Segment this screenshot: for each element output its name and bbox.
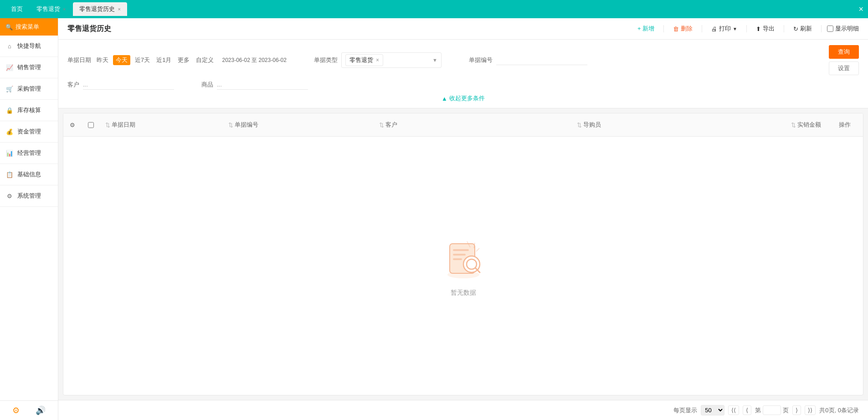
- show-detail-toggle[interactable]: 显示明细: [827, 25, 859, 33]
- sidebar-item-label: 基础信息: [17, 170, 41, 179]
- date-1month[interactable]: 近1月: [154, 55, 173, 65]
- content-area: 零售退货历史 + 新增 🗑 删除 🖨 打印 ▼ ⬆ 导出: [58, 18, 868, 420]
- search-icon: 🔍: [5, 24, 13, 31]
- date-7days[interactable]: 近7天: [133, 55, 152, 65]
- query-settings-buttons: 查询 设置: [829, 45, 859, 75]
- header-actions: + 新增 🗑 删除 🖨 打印 ▼ ⬆ 导出: [634, 23, 859, 35]
- print-button[interactable]: 🖨 打印 ▼: [708, 23, 741, 35]
- filter-row-1: 单据日期 昨天 今天 近7天 近1月 更多 自定义 2023-06-02 至 2…: [67, 45, 859, 75]
- doc-type-dropdown[interactable]: 零售退货 × ▼: [341, 52, 442, 68]
- date-custom[interactable]: 自定义: [194, 55, 216, 65]
- sidebar: 🔍 搜索菜单 ⌂ 快捷导航 📈 销售管理 🛒 采购管理 🔒 库存核算 💰 资金管…: [0, 18, 58, 420]
- filter-settings-button[interactable]: 设置: [829, 61, 859, 75]
- tab-list: 首页 零售退货 × 零售退货历史 ×: [5, 2, 858, 16]
- sidebar-item-label: 销售管理: [17, 63, 41, 72]
- sidebar-bottom: ⚙ 🔊: [0, 400, 58, 420]
- settings-bottom-icon[interactable]: ⚙: [12, 405, 20, 415]
- divider: [821, 25, 822, 32]
- tab-retail-return-history-close[interactable]: ×: [118, 6, 120, 12]
- settings-icon: ⚙: [70, 122, 75, 128]
- purchase-icon: 🛒: [5, 85, 14, 93]
- sidebar-item-label: 快捷导航: [17, 42, 41, 50]
- divider: [702, 25, 702, 32]
- new-button[interactable]: + 新增: [634, 23, 658, 35]
- sidebar-item-sales[interactable]: 📈 销售管理: [0, 57, 58, 78]
- system-icon: ⚙: [5, 192, 14, 200]
- sidebar-item-operations[interactable]: 📊 经营管理: [0, 143, 58, 164]
- first-page-button[interactable]: ⟨⟨: [728, 405, 739, 415]
- sort-icon-number: ⇅: [228, 122, 233, 128]
- divider: [746, 25, 747, 32]
- goods-input[interactable]: ...: [217, 80, 308, 90]
- delete-button[interactable]: 🗑 删除: [669, 23, 696, 35]
- page-size-label: 每页显示: [673, 406, 697, 415]
- page-size-select[interactable]: 10 20 50 100: [701, 405, 724, 415]
- date-today[interactable]: 今天: [113, 55, 130, 65]
- tab-retail-return-close[interactable]: ×: [63, 6, 66, 12]
- doc-type-label: 单据类型: [314, 56, 338, 64]
- customer-label: 客户: [67, 81, 79, 89]
- tab-retail-return-history[interactable]: 零售退货历史 ×: [73, 2, 127, 16]
- current-page-input[interactable]: 1: [763, 405, 781, 415]
- tab-home[interactable]: 首页: [5, 2, 29, 16]
- sidebar-item-label: 库存核算: [17, 106, 41, 114]
- sidebar-item-system[interactable]: ⚙ 系统管理: [0, 185, 58, 207]
- page-header: 零售退货历史 + 新增 🗑 删除 🖨 打印 ▼ ⬆ 导出: [58, 18, 868, 40]
- th-guide[interactable]: ⇅ 导购员: [571, 117, 722, 133]
- refresh-button[interactable]: ↻ 刷新: [790, 23, 816, 35]
- th-date[interactable]: ⇅ 单据日期: [100, 117, 223, 133]
- select-all-checkbox[interactable]: [88, 122, 94, 128]
- page-suffix: 页: [783, 406, 789, 415]
- customer-input[interactable]: ...: [83, 80, 174, 90]
- svg-line-10: [476, 248, 479, 251]
- total-info: 共0页, 0条记录: [819, 406, 859, 415]
- print-dropdown-icon: ▼: [733, 26, 737, 31]
- main-layout: 🔍 搜索菜单 ⌂ 快捷导航 📈 销售管理 🛒 采购管理 🔒 库存核算 💰 资金管…: [0, 18, 868, 420]
- finance-icon: 💰: [5, 128, 14, 136]
- last-page-button[interactable]: ⟩⟩: [805, 405, 816, 415]
- th-customer[interactable]: ⇅ 客户: [374, 117, 571, 133]
- date-more[interactable]: 更多: [176, 55, 191, 65]
- th-amount[interactable]: ⇅ 实销金额: [722, 117, 827, 133]
- export-button[interactable]: ⬆ 导出: [752, 23, 778, 35]
- sidebar-item-quick-nav[interactable]: ⌂ 快捷导航: [0, 36, 58, 57]
- sidebar-item-label: 采购管理: [17, 85, 41, 93]
- th-checkbox[interactable]: [82, 118, 100, 132]
- prev-page-button[interactable]: ⟨: [743, 405, 751, 415]
- doc-number-input[interactable]: [496, 55, 587, 65]
- sales-icon: 📈: [5, 63, 14, 72]
- filter-area: 单据日期 昨天 今天 近7天 近1月 更多 自定义 2023-06-02 至 2…: [58, 40, 868, 108]
- sidebar-item-basic-info[interactable]: 📋 基础信息: [0, 164, 58, 185]
- window-close-button[interactable]: ×: [858, 5, 863, 14]
- operations-icon: 📊: [5, 149, 14, 157]
- doc-type-tag-close[interactable]: ×: [376, 57, 379, 63]
- th-settings[interactable]: ⚙: [63, 118, 82, 132]
- sidebar-search[interactable]: 🔍 搜索菜单: [0, 18, 58, 36]
- query-button[interactable]: 查询: [829, 45, 859, 59]
- tab-retail-return[interactable]: 零售退货 ×: [30, 2, 72, 16]
- collapse-filter-button[interactable]: ▲ 收起更多条件: [442, 94, 485, 102]
- th-number[interactable]: ⇅ 单据编号: [223, 117, 374, 133]
- next-page-button[interactable]: ⟩: [792, 405, 801, 415]
- th-action: 操作: [827, 117, 863, 133]
- volume-icon[interactable]: 🔊: [36, 405, 46, 415]
- empty-text: 暂无数据: [451, 289, 476, 297]
- show-detail-checkbox[interactable]: [827, 26, 833, 32]
- sort-icon-amount: ⇅: [791, 122, 796, 128]
- doc-type-arrow-icon: ▼: [432, 57, 437, 63]
- date-yesterday[interactable]: 昨天: [95, 55, 110, 65]
- sort-icon-date: ⇅: [105, 122, 110, 128]
- sidebar-item-inventory[interactable]: 🔒 库存核算: [0, 100, 58, 121]
- print-icon: 🖨: [711, 26, 717, 32]
- filter-row-2: 客户 ... 商品 ...: [67, 80, 859, 90]
- doc-number-label: 单据编号: [469, 56, 493, 64]
- svg-rect-2: [453, 249, 469, 251]
- refresh-icon: ↻: [793, 26, 798, 32]
- sidebar-item-finance[interactable]: 💰 资金管理: [0, 121, 58, 143]
- page-title: 零售退货历史: [67, 24, 111, 34]
- svg-rect-3: [453, 254, 466, 256]
- collapse-icon: ▲: [442, 95, 447, 102]
- pagination: 每页显示 10 20 50 100 ⟨⟨ ⟨ 第 1 页 ⟩ ⟩⟩ 共0页, 0…: [58, 400, 868, 420]
- page-info: 第 1 页: [755, 405, 789, 415]
- sidebar-item-purchase[interactable]: 🛒 采购管理: [0, 78, 58, 100]
